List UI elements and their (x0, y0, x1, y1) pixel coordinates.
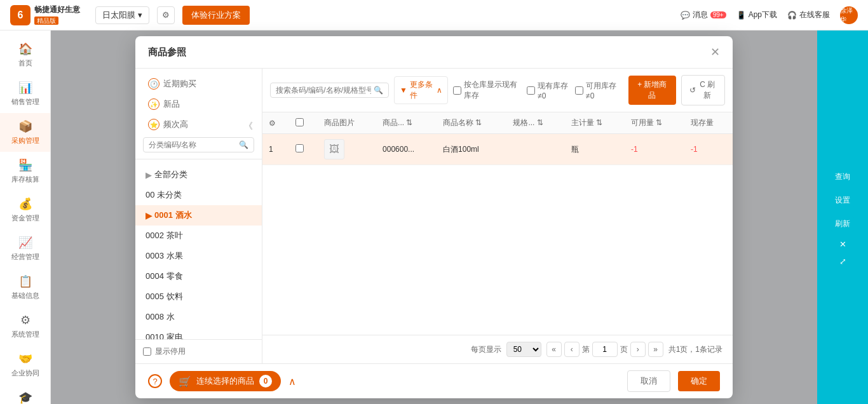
sidebar-item-inventory[interactable]: 🏪 库存核算 (0, 152, 50, 191)
search-icon: 🔍 (239, 140, 248, 149)
row-checkbox[interactable] (295, 144, 304, 152)
cart-text: 连续选择的商品 (196, 375, 254, 387)
category-search[interactable]: 🔍 (143, 137, 254, 152)
cat-item-water[interactable]: 0008 水 (135, 307, 262, 327)
quick-item-frequent[interactable]: ⭐ 频次高 (143, 116, 201, 133)
gear-icon: ⚙ (162, 10, 170, 20)
trial-btn[interactable]: 体验行业方案 (182, 6, 250, 25)
expand-icon[interactable]: ⤢ (839, 257, 846, 266)
cat-item-tea[interactable]: 0002 茶叶 (135, 226, 262, 246)
category-list: ▶ 全部分类 00 未分类 ▶ 0001 酒水 0002 茶 (135, 159, 262, 339)
sidebar-item-sales[interactable]: 📊 销售管理 (0, 74, 50, 113)
usable-checkbox[interactable] (575, 86, 583, 95)
nav-dropdown[interactable]: 日太阳膜 ▾ (95, 6, 149, 24)
sidebar-item-enterprise[interactable]: 🤝 企业协同 (0, 346, 50, 384)
quick-item-new[interactable]: ✨ 新品 (143, 95, 201, 113)
app-download-btn[interactable]: 📱 App下载 (736, 10, 777, 20)
dialog-title: 商品参照 (148, 46, 186, 58)
dialog-body: 🕐 近期购买 ✨ 新品 ⭐ 频次高 (135, 69, 733, 363)
refresh-button[interactable]: 刷新 (831, 216, 854, 232)
col-stock[interactable]: 现存量 (684, 112, 733, 134)
col-settings[interactable]: ⚙ (262, 112, 289, 134)
dialog-close-button[interactable]: ✕ (710, 45, 720, 59)
cart-area[interactable]: 🛒 连续选择的商品 0 (170, 371, 281, 391)
col-check[interactable] (289, 112, 318, 134)
cat-item-fruit[interactable]: 0003 水果 (135, 246, 262, 266)
cat-item-uncategorized[interactable]: 00 未分类 (135, 185, 262, 205)
per-page-select[interactable]: 50 10 20 100 (506, 342, 541, 357)
online-service-btn[interactable]: 🎧 在线客服 (787, 10, 830, 20)
table-row[interactable]: 1 🖼 000600... 白酒100ml (262, 134, 733, 165)
row-img: 🖼 (318, 134, 376, 165)
dialog: 商品参照 ✕ 🕐 近期购买 (135, 36, 733, 398)
sidebar-item-guide[interactable]: 🎓 新手引导 (0, 384, 50, 404)
col-code[interactable]: 商品... ⇅ (376, 112, 437, 134)
quick-label-new: 新品 (163, 98, 180, 110)
logo-area: 6 畅捷通好生意 精品版 (10, 4, 80, 25)
col-unit[interactable]: 主计量 ⇅ (565, 112, 625, 134)
cat-item-all[interactable]: ▶ 全部分类 (135, 165, 262, 185)
cart-icon: 🛒 (179, 375, 191, 387)
clock-icon: 🕐 (148, 78, 159, 90)
dialog-header: 商品参照 ✕ (135, 36, 733, 69)
col-spec[interactable]: 规格... ⇅ (506, 112, 564, 134)
cancel-button[interactable]: 取消 (627, 370, 670, 392)
cat-item-appliance[interactable]: 0010 家电 (135, 327, 262, 339)
nav-gear-button[interactable]: ⚙ (157, 6, 175, 24)
page-number-input[interactable] (592, 342, 618, 357)
next-page-button[interactable]: › (630, 342, 646, 357)
warehouse-checkbox-label[interactable]: 按仓库显示现有库存 (453, 79, 522, 101)
cat-item-liquor[interactable]: ▶ 0001 酒水 (135, 205, 262, 226)
select-all-checkbox[interactable] (295, 118, 304, 126)
help-button[interactable]: ? (148, 374, 162, 389)
col-usable[interactable]: 可用量 ⇅ (625, 112, 684, 134)
sidebar-item-purchase[interactable]: 📦 采购管理 (0, 113, 50, 152)
sidebar-item-base[interactable]: 📋 基础信息 (0, 268, 50, 307)
last-page-button[interactable]: » (648, 342, 663, 357)
product-search-box[interactable]: 🔍 (270, 83, 389, 98)
main-layout: 🏠 首页 📊 销售管理 📦 采购管理 🏪 库存核算 💰 资金管理 📈 经营管理 … (0, 30, 868, 404)
existing-checkbox-label[interactable]: 现有库存≠0 (527, 81, 570, 100)
right-panel: 查询 设置 刷新 ✕ ⤢ (817, 30, 868, 404)
product-search-input[interactable] (276, 86, 371, 95)
usable-checkbox-label[interactable]: 可用库存≠0 (575, 81, 618, 100)
existing-checkbox[interactable] (527, 86, 535, 95)
warehouse-checkbox[interactable] (453, 86, 461, 95)
confirm-button[interactable]: 确定 (678, 371, 720, 391)
footer-collapse-button[interactable]: ∧ (288, 375, 296, 387)
message-icon: 💬 (681, 11, 690, 20)
user-menu[interactable]: 徐泽华 (840, 6, 858, 24)
close-icon[interactable]: ✕ (839, 239, 846, 249)
enterprise-icon: 🤝 (18, 352, 32, 366)
col-name[interactable]: 商品名称 ⇅ (437, 112, 506, 134)
show-disabled-area: 显示停用 (135, 339, 262, 363)
sidebar-item-system[interactable]: ⚙ 系统管理 (0, 307, 50, 346)
prev-page-button[interactable]: ‹ (564, 342, 580, 357)
row-check[interactable] (289, 134, 318, 165)
sidebar-item-operations[interactable]: 📈 经营管理 (0, 229, 50, 268)
collapse-panel-button[interactable]: 《 (243, 119, 254, 133)
system-icon: ⚙ (20, 313, 31, 327)
show-disabled-checkbox[interactable] (143, 347, 151, 356)
category-search-input[interactable] (149, 140, 236, 149)
message-btn[interactable]: 💬 消息 99+ (681, 10, 726, 20)
headset-icon: 🎧 (787, 11, 797, 20)
filter-button[interactable]: ▼ 更多条件 ∧ (394, 76, 448, 104)
settings-button[interactable]: 设置 (831, 192, 854, 208)
first-page-button[interactable]: « (546, 342, 562, 357)
add-product-button[interactable]: + 新增商品 (628, 76, 676, 105)
sidebar-item-finance[interactable]: 💰 资金管理 (0, 191, 50, 229)
cat-item-beverage[interactable]: 0005 饮料 (135, 286, 262, 307)
sidebar-item-home[interactable]: 🏠 首页 (0, 36, 50, 74)
refresh-button[interactable]: ↺ C 刷新 (681, 75, 725, 105)
sidebar: 🏠 首页 📊 销售管理 📦 采购管理 🏪 库存核算 💰 资金管理 📈 经营管理 … (0, 30, 51, 404)
sidebar-label-operations: 经营管理 (11, 252, 39, 262)
logo-badge: 精品版 (34, 17, 58, 25)
query-button[interactable]: 查询 (831, 169, 854, 185)
row-spec (506, 134, 564, 165)
row-unit: 瓶 (565, 134, 625, 165)
quick-item-recent[interactable]: 🕐 近期购买 (143, 75, 201, 93)
row-num: 1 (262, 134, 289, 165)
cat-item-snack[interactable]: 0004 零食 (135, 266, 262, 286)
show-disabled-label: 显示停用 (155, 346, 186, 357)
